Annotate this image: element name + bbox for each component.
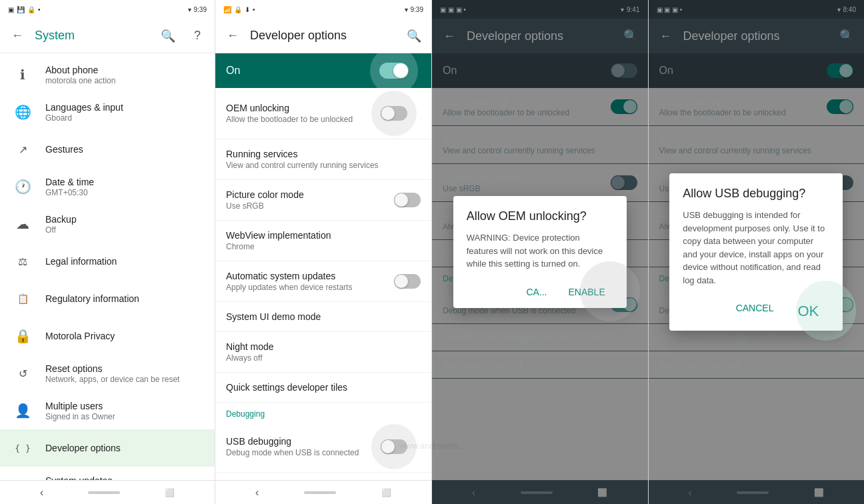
dev-item-revoke-usb[interactable]: Revoke USB debugging authorizations bbox=[215, 473, 431, 480]
about-phone-sub: motorola one action bbox=[45, 76, 204, 85]
search-button-p2[interactable]: 🔍 bbox=[402, 24, 426, 48]
developer-icon: { } bbox=[11, 436, 35, 460]
panel-system-settings: ▣ 💾 🔒 • ▾ 9:39 ← System 🔍 ? ℹ About phon… bbox=[0, 0, 215, 504]
webview-sub: Chrome bbox=[226, 242, 331, 251]
recent-nav-p2[interactable]: ⬜ bbox=[381, 488, 391, 497]
system-toolbar: ← System 🔍 ? bbox=[0, 19, 215, 53]
regulatory-label: Regulatory information bbox=[45, 293, 204, 304]
on-toggle-p2[interactable] bbox=[379, 63, 409, 79]
usb-debug-toggle[interactable] bbox=[381, 439, 407, 454]
dev-item-picture-color[interactable]: Picture color mode Use sRGB bbox=[215, 180, 431, 221]
oem-dialog-overlay: Allow OEM unlocking? WARNING: Device pro… bbox=[432, 0, 648, 504]
back-nav-p2[interactable]: ‹ bbox=[255, 487, 259, 499]
oem-sub: Allow the bootloader to be unlocked bbox=[226, 115, 353, 124]
home-indicator[interactable] bbox=[88, 491, 120, 494]
auto-updates-sub: Apply updates when device restarts bbox=[226, 283, 352, 292]
dev-item-running-services[interactable]: Running services View and control curren… bbox=[215, 139, 431, 180]
legal-label: Legal information bbox=[45, 256, 204, 267]
usb-cancel-button[interactable]: Cancel bbox=[728, 297, 782, 325]
system-ui-label: System UI demo mode bbox=[226, 311, 321, 322]
system-updates-text: System updates Updated to Android 9 bbox=[45, 475, 204, 481]
motorola-privacy-icon: 🔒 bbox=[11, 324, 35, 348]
usb-dialog: Allow USB debugging? USB debugging is in… bbox=[669, 173, 843, 331]
status-right-p2: ▾ 9:39 bbox=[405, 6, 423, 13]
oem-toggle[interactable] bbox=[381, 106, 407, 121]
panel-developer-oem-dialog: ▣ ▣ ▣ • ▾ 9:41 ← Developer options 🔍 On … bbox=[432, 0, 649, 504]
about-phone-icon: ℹ bbox=[11, 63, 35, 87]
about-phone-label: About phone bbox=[45, 65, 204, 75]
picture-sub: Use sRGB bbox=[226, 201, 304, 211]
status-right-icons: ▾ 9:39 bbox=[188, 6, 207, 13]
usb-debug-sub: Debug mode when USB is connected bbox=[226, 448, 359, 457]
dev-list-p2: OEM unlocking Allow the bootloader to be… bbox=[215, 88, 431, 480]
nav-item-legal[interactable]: ⚖ Legal information bbox=[0, 243, 215, 280]
users-icon: 👤 bbox=[11, 399, 35, 423]
datetime-label: Date & time bbox=[45, 177, 204, 187]
debugging-section-p2: Debugging bbox=[215, 403, 431, 421]
sig-icon-p2: 📶 bbox=[223, 6, 231, 13]
help-button-p1[interactable]: ? bbox=[185, 24, 209, 48]
backup-icon: ☁ bbox=[11, 212, 35, 236]
languages-sub: Gboard bbox=[45, 113, 204, 123]
datetime-icon: 🕐 bbox=[11, 175, 35, 199]
dev-item-webview[interactable]: WebView implementation Chrome bbox=[215, 221, 431, 261]
recent-nav-icon[interactable]: ⬜ bbox=[165, 488, 175, 497]
oem-cancel-button[interactable]: Ca... bbox=[518, 281, 555, 303]
dev-item-night-mode[interactable]: Night mode Always off bbox=[215, 332, 431, 373]
users-text: Multiple users Signed in as Owner bbox=[45, 401, 204, 421]
nav-item-datetime[interactable]: 🕐 Date & time GMT+05:30 bbox=[0, 168, 215, 205]
time-p1: 9:39 bbox=[194, 6, 207, 13]
auto-updates-label: Automatic system updates bbox=[226, 271, 352, 281]
system-title: System bbox=[35, 29, 156, 43]
status-bar-p1: ▣ 💾 🔒 • ▾ 9:39 bbox=[0, 0, 215, 19]
languages-icon: 🌐 bbox=[11, 100, 35, 124]
lock-icon: 🔒 bbox=[27, 6, 35, 13]
nav-item-multiple-users[interactable]: 👤 Multiple users Signed in as Owner bbox=[0, 392, 215, 429]
backup-text: Backup Off bbox=[45, 214, 204, 235]
back-nav-icon[interactable]: ‹ bbox=[40, 487, 43, 499]
status-left-p2: 📶 🔒 ⬇ • bbox=[223, 6, 255, 13]
search-button-p1[interactable]: 🔍 bbox=[156, 24, 180, 48]
dev-item-system-ui-demo[interactable]: System UI demo mode bbox=[215, 302, 431, 332]
picture-toggle[interactable] bbox=[394, 193, 421, 207]
oem-dialog-actions: Ca... Enable bbox=[467, 281, 613, 303]
oem-enable-button[interactable]: Enable bbox=[561, 281, 613, 303]
bottom-bar-p1: ‹ ⬜ bbox=[0, 480, 215, 504]
panel-developer-options: 📶 🔒 ⬇ • ▾ 9:39 ← Developer options 🔍 On … bbox=[215, 0, 432, 504]
picture-label: Picture color mode bbox=[226, 189, 304, 200]
nav-item-about-phone[interactable]: ℹ About phone motorola one action bbox=[0, 56, 215, 93]
usb-dialog-overlay: Allow USB debugging? USB debugging is in… bbox=[649, 0, 865, 504]
gestures-text: Gestures bbox=[45, 144, 204, 155]
home-indicator-p2[interactable] bbox=[304, 491, 336, 494]
nav-item-reset[interactable]: ↺ Reset options Network, apps, or device… bbox=[0, 355, 215, 392]
nav-item-languages[interactable]: 🌐 Languages & input Gboard bbox=[0, 93, 215, 131]
oem-dialog-title: Allow OEM unlocking? bbox=[467, 209, 613, 223]
nav-item-developer-options[interactable]: { } Developer options bbox=[0, 429, 215, 467]
usb-ok-button[interactable]: OK bbox=[787, 297, 829, 325]
nav-item-motorola-privacy[interactable]: 🔒 Motorola Privacy bbox=[0, 317, 215, 355]
legal-icon: ⚖ bbox=[11, 249, 35, 273]
dev-item-oem[interactable]: OEM unlocking Allow the bootloader to be… bbox=[215, 88, 431, 139]
nav-item-gestures[interactable]: ↗ Gestures bbox=[0, 131, 215, 168]
system-updates-label: System updates bbox=[45, 475, 204, 481]
dev-item-quick-settings[interactable]: Quick settings developer tiles bbox=[215, 373, 431, 403]
nav-item-backup[interactable]: ☁ Backup Off bbox=[0, 205, 215, 243]
back-button-p2[interactable]: ← bbox=[221, 24, 245, 48]
nav-item-regulatory[interactable]: 📋 Regulatory information bbox=[0, 280, 215, 317]
dev-item-usb-debug[interactable]: USB debugging Debug mode when USB is con… bbox=[215, 421, 431, 473]
nav-item-system-updates[interactable]: 📱 System updates Updated to Android 9 bbox=[0, 467, 215, 480]
running-sub: View and control currently running servi… bbox=[226, 161, 379, 170]
auto-updates-toggle[interactable] bbox=[394, 274, 421, 289]
dl-icon-p2: ⬇ bbox=[245, 6, 250, 13]
wifi-p2: ▾ bbox=[405, 6, 408, 13]
reset-label: Reset options bbox=[45, 363, 204, 374]
lock-icon-p2: 🔒 bbox=[234, 6, 242, 13]
datetime-text: Date & time GMT+05:30 bbox=[45, 177, 204, 197]
notification-icon: ▣ bbox=[8, 6, 14, 13]
backup-label: Backup bbox=[45, 214, 204, 225]
toolbar-icons-p1: 🔍 ? bbox=[156, 24, 209, 48]
back-button-p1[interactable]: ← bbox=[5, 24, 29, 48]
usb-dialog-title: Allow USB debugging? bbox=[683, 187, 829, 201]
users-sub: Signed in as Owner bbox=[45, 412, 204, 421]
dev-item-auto-updates[interactable]: Automatic system updates Apply updates w… bbox=[215, 261, 431, 302]
